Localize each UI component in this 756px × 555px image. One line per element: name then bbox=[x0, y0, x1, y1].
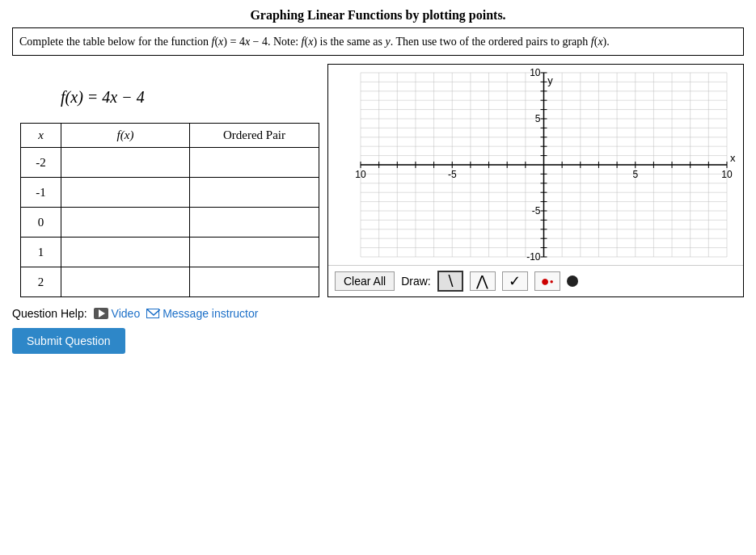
table-header: x f(x) Ordered Pair bbox=[21, 124, 319, 148]
x-value-5: 2 bbox=[21, 267, 61, 296]
fx-input-3[interactable] bbox=[61, 208, 190, 237]
question-help-label: Question Help: bbox=[12, 307, 87, 320]
function-label: f(x) = 4x − 4 bbox=[12, 88, 145, 107]
input-table: x f(x) Ordered Pair -2 -1 0 bbox=[20, 123, 319, 297]
mail-icon bbox=[146, 309, 159, 318]
circle-tool-button[interactable]: ●● bbox=[534, 271, 560, 291]
x-value-3: 0 bbox=[21, 208, 61, 237]
x-value-2: -1 bbox=[21, 178, 61, 207]
left-panel: f(x) = 4x − 4 x f(x) Ordered Pair -2 -1 bbox=[12, 64, 327, 297]
message-instructor-link[interactable]: Message instructor bbox=[146, 307, 258, 320]
dot-tool-button[interactable] bbox=[567, 275, 578, 287]
ordered-pair-input-5[interactable] bbox=[190, 267, 319, 296]
video-label: Video bbox=[112, 307, 141, 320]
draw-label: Draw: bbox=[401, 275, 431, 288]
main-content: f(x) = 4x − 4 x f(x) Ordered Pair -2 -1 bbox=[12, 64, 744, 297]
v-shape-tool-button[interactable]: ⋀ bbox=[470, 271, 496, 291]
clear-all-button[interactable]: Clear All bbox=[335, 271, 395, 291]
fx-input-1[interactable] bbox=[61, 148, 190, 177]
table-row: -1 bbox=[21, 178, 319, 208]
right-panel: Clear All Draw: ∖ ⋀ ✓ ●● bbox=[327, 64, 744, 297]
ordered-pair-input-4[interactable] bbox=[190, 238, 319, 267]
fx-input-5[interactable] bbox=[61, 267, 190, 296]
message-instructor-label: Message instructor bbox=[163, 307, 258, 320]
graph-area[interactable] bbox=[328, 65, 743, 265]
instructions-box: Complete the table below for the functio… bbox=[12, 27, 744, 56]
ordered-pair-input-2[interactable] bbox=[190, 178, 319, 207]
graph-controls: Clear All Draw: ∖ ⋀ ✓ ●● bbox=[328, 265, 743, 296]
video-icon bbox=[94, 308, 108, 319]
x-value-1: -2 bbox=[21, 148, 61, 177]
line-tool-button[interactable]: ∖ bbox=[437, 271, 463, 292]
col-fx-header: f(x) bbox=[61, 124, 190, 147]
table-row: -2 bbox=[21, 148, 319, 178]
checkmark-tool-button[interactable]: ✓ bbox=[502, 271, 528, 291]
table-row: 1 bbox=[21, 238, 319, 267]
submit-question-button[interactable]: Submit Question bbox=[12, 328, 125, 354]
video-link[interactable]: Video bbox=[94, 307, 141, 320]
table-row: 0 bbox=[21, 208, 319, 238]
fx-input-2[interactable] bbox=[61, 178, 190, 207]
ordered-pair-input-3[interactable] bbox=[190, 208, 319, 237]
ordered-pair-input-1[interactable] bbox=[190, 148, 319, 177]
graph-canvas[interactable] bbox=[328, 65, 743, 265]
col-ordered-pair-header: Ordered Pair bbox=[190, 124, 319, 147]
page-title: Graphing Linear Functions by plotting po… bbox=[12, 8, 744, 23]
col-x-header: x bbox=[21, 124, 61, 147]
fx-input-4[interactable] bbox=[61, 238, 190, 267]
question-help: Question Help: Video Message instructor bbox=[12, 307, 744, 320]
x-value-4: 1 bbox=[21, 238, 61, 267]
table-row: 2 bbox=[21, 267, 319, 296]
